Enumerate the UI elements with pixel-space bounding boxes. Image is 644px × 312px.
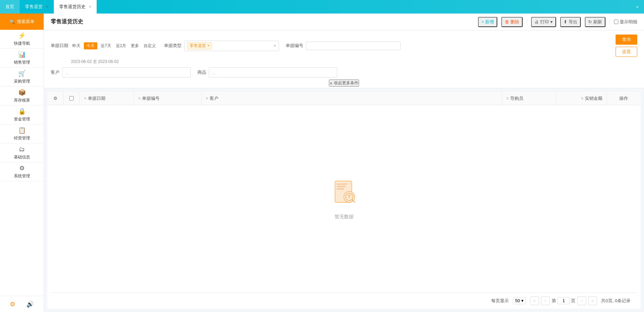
bill-type-tag-close[interactable]: ×	[207, 43, 210, 48]
sidebar-item-quick-nav[interactable]: ⚡ 快捷导航	[0, 30, 44, 49]
page-size-dropdown-icon: ▾	[521, 298, 524, 303]
show-detail-checkbox[interactable]	[614, 20, 618, 24]
sidebar-item-inventory-calc[interactable]: 📦 库存核算	[0, 87, 44, 106]
print-text: 打印	[540, 19, 549, 25]
sidebar-item-inventory-calc-label: 库存核算	[14, 97, 30, 103]
th-billno[interactable]: ⇅ 单据编号	[134, 92, 201, 105]
bill-no-input[interactable]	[306, 42, 401, 50]
print-button[interactable]: 🖨 🖨 打印 打印 ▾	[531, 17, 556, 27]
page-size-select[interactable]: 50 ▾	[513, 297, 526, 304]
th-guide[interactable]: ⇅ 导购员	[502, 92, 556, 105]
date-btn-7days[interactable]: 近7天	[99, 42, 113, 49]
tab-retail-return-history[interactable]: 零售退货历史 ×	[54, 0, 97, 14]
prev-page-btn[interactable]: ‹	[541, 296, 550, 305]
empty-text: 暂无数据	[335, 214, 354, 220]
tab-home[interactable]: 首页	[0, 0, 20, 14]
customer-select[interactable]: ...	[62, 67, 191, 77]
inventory-calc-icon: 📦	[18, 89, 26, 96]
sidebar-menu: ⚡ 快捷导航 📊 销售管理 🛒 采购管理 📦 库存核算 🔒 资金管理 📋	[0, 30, 44, 296]
th-settings[interactable]: ⚙	[47, 92, 64, 105]
sidebar-item-fund-mgmt[interactable]: 🔒 资金管理	[0, 106, 44, 125]
toolbar-divider-1	[527, 19, 527, 25]
customer-filter-group: 客户 ...	[51, 67, 191, 77]
bill-type-dropdown-icon: ▾	[274, 43, 276, 48]
toolbar-actions: + 新增 🗑 删除 🖨 🖨 打印 打印 ▾ ⬆ 导出 ↻ 刷新	[478, 17, 637, 27]
refresh-button[interactable]: ↻ 刷新	[585, 17, 605, 27]
filter-row-2: 客户 ... 商品 ...	[51, 67, 637, 77]
settings-icon: ⚙	[53, 96, 57, 101]
volume-icon[interactable]: 🔊	[26, 300, 34, 308]
sidebar-item-biz-mgmt[interactable]: 📋 经营管理	[0, 125, 44, 143]
date-btn-today[interactable]: 今天	[84, 42, 97, 49]
th-amount-label: 实销金额	[585, 95, 602, 102]
date-btn-1month[interactable]: 近1月	[115, 42, 128, 49]
collapse-button[interactable]: ∧ 收起更多条件	[329, 80, 359, 87]
sidebar-search[interactable]: 🔍 搜索菜单	[0, 14, 44, 30]
sidebar-item-basic-info[interactable]: 🗂 基础信息	[0, 143, 44, 162]
sidebar-item-fund-mgmt-label: 资金管理	[14, 116, 30, 122]
export-button[interactable]: ⬆ 导出	[560, 17, 581, 27]
top-bar: 首页 零售退货 × 零售退货历史 × ×	[0, 0, 644, 14]
svg-rect-1	[336, 183, 347, 185]
export-text: 导出	[569, 19, 577, 25]
top-bar-close[interactable]: ×	[636, 4, 644, 9]
pagination-bar: 每页显示 50 ▾ « ‹ 第 页 › » 共0页, 0条记录	[51, 292, 637, 309]
date-btn-custom[interactable]: 自定义	[142, 42, 157, 49]
sidebar-item-sys-mgmt[interactable]: ⚙ 系统管理	[0, 162, 44, 181]
bill-type-tag-value: 零售退货	[190, 43, 206, 49]
delete-button[interactable]: 🗑 删除	[501, 17, 523, 27]
th-date[interactable]: ⇅ 单据日期	[80, 92, 134, 105]
query-button[interactable]: 查询	[616, 35, 637, 45]
sidebar-item-purchase-mgmt-label: 采购管理	[14, 79, 30, 84]
page-size-label: 每页显示	[491, 298, 509, 304]
content-area: 零售退货历史 + 新增 🗑 删除 🖨 🖨 打印 打印 ▾ ⬆ 导出 ↻ 刷	[44, 14, 644, 312]
search-icon: 🔍	[9, 19, 15, 24]
bill-type-select[interactable]: 零售退货 × ▾	[184, 41, 279, 51]
print-icon: 🖨	[534, 19, 539, 24]
date-range-display: 2023-06-02 至 2023-06-02	[71, 59, 119, 64]
bill-type-label: 单据类型	[164, 43, 182, 49]
goods-placeholder: ...	[212, 70, 216, 75]
export-icon: ⬆	[564, 19, 567, 24]
sidebar-item-sales-mgmt-label: 销售管理	[14, 60, 30, 65]
filter-section: 单据日期 昨天 今天 近7天 近1月 更多 自定义 单据类型	[44, 30, 644, 88]
setting-button[interactable]: 设置	[616, 47, 637, 57]
next-page-btn[interactable]: ›	[577, 296, 586, 305]
table-header: ⚙ ⇅ 单据日期 ⇅ 单据编号 ⇅ 客户 ⇅	[47, 92, 641, 105]
collapse-label: 收起更多条件	[334, 80, 358, 86]
th-amount[interactable]: ⇅ 实销金额	[556, 92, 607, 105]
date-btn-yesterday[interactable]: 昨天	[71, 42, 82, 49]
th-guide-label: 导购员	[510, 95, 523, 102]
page-title: 零售退货历史	[51, 18, 83, 25]
date-btn-more[interactable]: 更多	[129, 42, 140, 49]
tab-home-label: 首页	[5, 4, 14, 10]
goods-select[interactable]: ...	[209, 67, 337, 77]
sales-mgmt-icon: 📊	[18, 51, 26, 58]
tab-retail-return-close[interactable]: ×	[46, 4, 48, 9]
th-customer[interactable]: ⇅ 客户	[201, 92, 502, 105]
tab-bar: 首页 零售退货 × 零售退货历史 ×	[0, 0, 636, 14]
settings-bottom-icon[interactable]: ⚙	[10, 300, 15, 308]
sort-icon-date: ⇅	[84, 96, 87, 100]
table-area: ⚙ ⇅ 单据日期 ⇅ 单据编号 ⇅ 客户 ⇅	[47, 92, 641, 309]
tab-retail-return[interactable]: 零售退货 ×	[20, 0, 54, 14]
add-button[interactable]: + 新增	[478, 17, 497, 27]
fund-mgmt-icon: 🔒	[18, 108, 26, 115]
bill-type-filter-group: 单据类型 零售退货 × ▾	[164, 41, 279, 51]
last-page-btn[interactable]: »	[588, 296, 597, 305]
sidebar-item-purchase-mgmt[interactable]: 🛒 采购管理	[0, 68, 44, 87]
customer-label: 客户	[51, 69, 59, 75]
show-detail-checkbox-label[interactable]: 显示明细	[614, 19, 637, 25]
th-action-label: 操作	[619, 95, 628, 102]
bill-type-tag: 零售退货 ×	[187, 42, 212, 49]
th-checkbox[interactable]	[64, 92, 80, 105]
sys-mgmt-icon: ⚙	[19, 164, 25, 172]
refresh-text: 刷新	[593, 19, 602, 25]
select-all-checkbox[interactable]	[69, 96, 74, 101]
sidebar-item-sales-mgmt[interactable]: 📊 销售管理	[0, 49, 44, 68]
tab-retail-return-history-close[interactable]: ×	[89, 4, 91, 9]
main-layout: 🔍 搜索菜单 ⚡ 快捷导航 📊 销售管理 🛒 采购管理 📦 库存核算 🔒	[0, 14, 644, 312]
page-number-input[interactable]	[557, 297, 570, 304]
first-page-btn[interactable]: «	[530, 296, 539, 305]
empty-state: 暂无数据	[47, 105, 641, 292]
